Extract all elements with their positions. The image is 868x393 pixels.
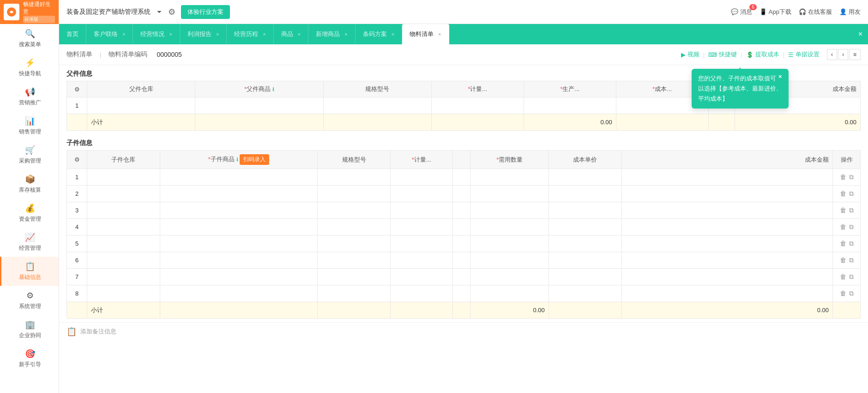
tab-operation-close[interactable]: × bbox=[169, 31, 172, 37]
experience-button[interactable]: 体验行业方案 bbox=[181, 5, 230, 19]
child-cell-warehouse-7[interactable] bbox=[87, 269, 160, 285]
child-cell-qty-1[interactable] bbox=[470, 169, 549, 186]
tab-profit[interactable]: 利润报告 × bbox=[180, 24, 227, 44]
delete-icon-5[interactable]: 🗑 bbox=[840, 240, 846, 248]
copy-icon-4[interactable]: ⧉ bbox=[849, 223, 854, 231]
child-cell-unit-6[interactable] bbox=[390, 252, 452, 269]
child-cell-qty-8[interactable] bbox=[470, 285, 549, 302]
child-cell-unit-cost-2[interactable] bbox=[549, 186, 621, 202]
tab-barcode-close[interactable]: × bbox=[392, 31, 394, 37]
sidebar-item-search[interactable]: 🔍 搜索菜单 bbox=[0, 24, 59, 53]
scan-button[interactable]: 扫码录入 bbox=[240, 154, 269, 165]
bottom-text[interactable]: 添加备注信息 bbox=[80, 327, 116, 336]
child-cell-spec-2[interactable] bbox=[318, 186, 391, 202]
child-cell-spec-5[interactable] bbox=[318, 236, 391, 252]
child-cell-product-8[interactable] bbox=[160, 285, 317, 302]
copy-icon-3[interactable]: ⧉ bbox=[849, 206, 854, 214]
tooltip-close-icon[interactable]: × bbox=[778, 73, 782, 79]
child-cell-warehouse-5[interactable] bbox=[87, 236, 160, 252]
sidebar-item-finance[interactable]: 💰 资金管理 bbox=[0, 199, 59, 228]
parent-cell-production[interactable] bbox=[524, 97, 616, 114]
tab-customer-close[interactable]: × bbox=[122, 31, 125, 37]
child-cell-unit-cost-3[interactable] bbox=[549, 202, 621, 219]
sidebar-item-system[interactable]: ⚙ 系统管理 bbox=[0, 286, 59, 315]
delete-icon-1[interactable]: 🗑 bbox=[840, 173, 846, 181]
action-shortcut[interactable]: ⌨ 快捷键 bbox=[708, 50, 737, 59]
child-cell-product-6[interactable] bbox=[160, 252, 317, 269]
child-cell-warehouse-4[interactable] bbox=[87, 219, 160, 236]
child-cell-spec-4[interactable] bbox=[318, 219, 391, 236]
child-cell-unit-cost-5[interactable] bbox=[549, 236, 621, 252]
tab-history[interactable]: 经营历程 × bbox=[227, 24, 273, 44]
app-download-item[interactable]: 📱 App下载 bbox=[760, 8, 791, 16]
child-cell-qty-6[interactable] bbox=[470, 252, 549, 269]
sidebar-item-sales[interactable]: 📊 销售管理 bbox=[0, 111, 59, 140]
child-cell-product-2[interactable] bbox=[160, 186, 317, 202]
settings-icon[interactable]: ⚙ bbox=[168, 7, 175, 17]
child-cell-product-3[interactable] bbox=[160, 202, 317, 219]
copy-icon-8[interactable]: ⧉ bbox=[849, 290, 854, 297]
copy-icon-2[interactable]: ⧉ bbox=[849, 190, 854, 198]
child-cell-unit-1[interactable] bbox=[390, 169, 452, 186]
nav-prev[interactable]: ‹ bbox=[827, 49, 837, 60]
tab-profit-close[interactable]: × bbox=[216, 31, 219, 37]
sidebar-item-inventory[interactable]: 📦 库存核算 bbox=[0, 169, 59, 199]
tab-new-product-close[interactable]: × bbox=[344, 31, 347, 37]
delete-icon-6[interactable]: 🗑 bbox=[840, 256, 846, 264]
child-cell-spec-3[interactable] bbox=[318, 202, 391, 219]
sidebar-item-marketing[interactable]: 📢 营销推广 bbox=[0, 82, 59, 111]
child-cell-unit-cost-7[interactable] bbox=[549, 269, 621, 285]
child-cell-unit-cost-8[interactable] bbox=[549, 285, 621, 302]
sidebar-item-enterprise[interactable]: 🏢 企业协同 bbox=[0, 315, 59, 344]
user-avatar-item[interactable]: 👤 用友 bbox=[839, 8, 861, 16]
child-cell-qty-4[interactable] bbox=[470, 219, 549, 236]
child-cell-unit-cost-1[interactable] bbox=[549, 169, 621, 186]
delete-icon-2[interactable]: 🗑 bbox=[840, 190, 846, 198]
delete-icon-3[interactable]: 🗑 bbox=[840, 206, 846, 214]
child-cell-warehouse-3[interactable] bbox=[87, 202, 160, 219]
copy-icon-7[interactable]: ⧉ bbox=[849, 273, 854, 281]
view-list[interactable]: ≡ bbox=[849, 49, 861, 60]
tab-bom-close[interactable]: × bbox=[438, 31, 441, 37]
child-cell-spec-1[interactable] bbox=[318, 169, 391, 186]
child-cell-unit-cost-6[interactable] bbox=[549, 252, 621, 269]
tabs-close-all[interactable]: × bbox=[853, 30, 868, 38]
child-cell-spec-6[interactable] bbox=[318, 252, 391, 269]
child-cell-unit-5[interactable] bbox=[390, 236, 452, 252]
parent-cell-unit[interactable] bbox=[431, 97, 524, 114]
delete-icon-4[interactable]: 🗑 bbox=[840, 223, 846, 231]
child-cell-product-7[interactable] bbox=[160, 269, 317, 285]
action-cost[interactable]: 💲 提取成本 × 您的父件、子件的成本取值可以选择【参考成本、最新进价、平均成本… bbox=[746, 50, 779, 59]
parent-cell-spec[interactable] bbox=[323, 97, 431, 114]
sidebar-item-basic[interactable]: 📋 基础信息 bbox=[0, 257, 59, 286]
child-cell-warehouse-1[interactable] bbox=[87, 169, 160, 186]
delete-icon-8[interactable]: 🗑 bbox=[840, 290, 846, 297]
child-cell-product-4[interactable] bbox=[160, 219, 317, 236]
sidebar-item-quicknav[interactable]: ⚡ 快捷导航 bbox=[0, 53, 59, 82]
tab-history-close[interactable]: × bbox=[263, 31, 265, 37]
child-cell-qty-2[interactable] bbox=[470, 186, 549, 202]
tab-product[interactable]: 商品 × bbox=[274, 24, 308, 44]
child-cell-unit-7[interactable] bbox=[390, 269, 452, 285]
copy-icon-1[interactable]: ⧉ bbox=[849, 173, 854, 181]
child-cell-product-1[interactable] bbox=[160, 169, 317, 186]
child-cell-spec-7[interactable] bbox=[318, 269, 391, 285]
nav-next[interactable]: › bbox=[838, 49, 848, 60]
sidebar-item-guide[interactable]: 🎯 新手引导 bbox=[0, 344, 59, 373]
child-cell-qty-5[interactable] bbox=[470, 236, 549, 252]
sidebar-item-purchase[interactable]: 🛒 采购管理 bbox=[0, 140, 59, 169]
child-cell-unit-2[interactable] bbox=[390, 186, 452, 202]
system-selector[interactable] bbox=[156, 9, 163, 15]
copy-icon-6[interactable]: ⧉ bbox=[849, 256, 854, 264]
message-item[interactable]: 💬 消息 6 bbox=[731, 8, 752, 16]
sidebar-item-operations[interactable]: 📈 经营管理 bbox=[0, 228, 59, 257]
tab-barcode[interactable]: 条码方案 × bbox=[356, 24, 402, 44]
child-cell-unit-cost-4[interactable] bbox=[549, 219, 621, 236]
tab-new-product[interactable]: 新增商品 × bbox=[308, 24, 355, 44]
delete-icon-7[interactable]: 🗑 bbox=[840, 273, 846, 281]
parent-cell-product[interactable] bbox=[195, 97, 323, 114]
parent-th-gear[interactable]: ⚙ bbox=[67, 81, 87, 97]
child-cell-spec-8[interactable] bbox=[318, 285, 391, 302]
child-cell-unit-3[interactable] bbox=[390, 202, 452, 219]
child-th-gear[interactable]: ⚙ bbox=[67, 151, 87, 169]
